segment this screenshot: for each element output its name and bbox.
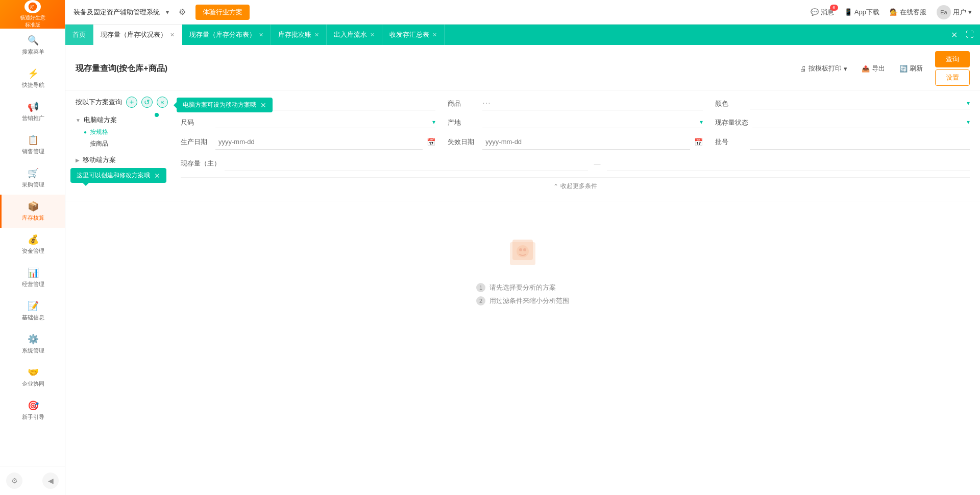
batch-number-input[interactable] bbox=[750, 134, 970, 150]
expiry-date-label: 失效日期 bbox=[448, 137, 478, 147]
sidebar-item-label: 企业协同 bbox=[22, 380, 44, 388]
guide-icon: 🎯 bbox=[28, 400, 39, 411]
tab-close-all-button[interactable]: ✕ bbox=[949, 28, 960, 42]
app-download-button[interactable]: 📱 App下载 bbox=[844, 8, 879, 17]
stock-qty-max-input[interactable] bbox=[607, 156, 970, 171]
query-button[interactable]: 查询 bbox=[935, 51, 970, 67]
batch-number-label: 批号 bbox=[715, 137, 746, 147]
filter-area: 按以下方案查询 ＋ ↺ « 电脑方案可设为移动方案哦 ✕ bbox=[65, 90, 980, 201]
print-chevron-icon: ▾ bbox=[844, 65, 847, 73]
add-scheme-button[interactable]: ＋ bbox=[126, 97, 137, 108]
sales-icon: 📋 bbox=[28, 134, 39, 146]
tab-close-icon[interactable]: ✕ bbox=[314, 32, 319, 38]
quicknav-icon: ⚡ bbox=[28, 68, 39, 79]
tab-close-icon[interactable]: ✕ bbox=[432, 32, 437, 38]
tooltip2-close-button[interactable]: ✕ bbox=[154, 172, 160, 180]
notification-badge: 6 bbox=[830, 5, 838, 11]
manufacture-date-label: 生产日期 bbox=[181, 137, 211, 147]
marketing-icon: 📢 bbox=[28, 101, 39, 112]
system-name: 装备及固定资产辅助管理系统 bbox=[74, 8, 160, 17]
avatar-text: Ea bbox=[940, 9, 947, 15]
collapse-chevron-icon: ⌃ bbox=[553, 183, 558, 190]
sidebar-item-basic[interactable]: 📝 基础信息 bbox=[0, 294, 65, 327]
sidebar-item-enterprise[interactable]: 🤝 企业协同 bbox=[0, 361, 65, 394]
sidebar-item-finance[interactable]: 💰 资金管理 bbox=[0, 228, 65, 261]
sidebar-item-label: 经营管理 bbox=[22, 280, 44, 288]
tab-inout-flow[interactable]: 出入库流水 ✕ bbox=[327, 25, 382, 45]
trial-button[interactable]: 体验行业方案 bbox=[195, 5, 250, 20]
print-button[interactable]: 🖨 按模板打印 ▾ bbox=[796, 62, 851, 75]
sidebar-item-label: 新手引导 bbox=[22, 413, 44, 421]
tab-home[interactable]: 首页 bbox=[65, 25, 93, 45]
refresh-scheme-button[interactable]: ↺ bbox=[141, 97, 153, 108]
enterprise-icon: 🤝 bbox=[28, 367, 39, 378]
field-product: 商品 ··· bbox=[448, 97, 702, 110]
app-icon: 📱 bbox=[844, 8, 852, 16]
empty-state: 1 请先选择要分析的方案 2 用过滤条件来缩小分析范围 bbox=[65, 201, 980, 336]
refresh-button[interactable]: 🔄 刷新 bbox=[895, 62, 927, 75]
export-button[interactable]: 📤 导出 bbox=[857, 62, 889, 75]
sidebar-item-search[interactable]: 🔍 搜索菜单 bbox=[0, 29, 65, 62]
tab-close-icon[interactable]: ✕ bbox=[259, 32, 263, 38]
tooltip-close-button[interactable]: ✕ bbox=[260, 101, 266, 109]
origin-select[interactable]: ▾ bbox=[482, 116, 702, 128]
settings-button[interactable]: ⚙ bbox=[175, 5, 189, 19]
filter-fields-area: 仓库 ··· 商品 ··· bbox=[173, 97, 970, 195]
tab-close-icon[interactable]: ✕ bbox=[370, 32, 375, 38]
sidebar-item-marketing[interactable]: 📢 营销推广 bbox=[0, 95, 65, 128]
sidebar-item-inventory[interactable]: 📦 库存核算 bbox=[0, 195, 65, 228]
collapse-button[interactable]: ⌃ 收起更多条件 bbox=[553, 182, 597, 191]
tooltip-text: 这里可以创建和修改方案哦 bbox=[77, 171, 150, 180]
tab-home-label: 首页 bbox=[72, 30, 86, 39]
product-dots[interactable]: ··· bbox=[482, 99, 491, 108]
product-field[interactable]: ··· bbox=[482, 97, 702, 110]
scheme-item-label: 按商品 bbox=[90, 139, 108, 148]
tab-inout-flow-label: 出入库流水 bbox=[334, 30, 367, 39]
stock-qty-min-input[interactable] bbox=[225, 156, 588, 171]
tab-batch-account[interactable]: 库存批次账 ✕ bbox=[271, 25, 327, 45]
sidebar-item-purchase[interactable]: 🛒 采购管理 bbox=[0, 161, 65, 195]
expiry-date-calendar-icon[interactable]: 📅 bbox=[694, 138, 703, 146]
sidebar-item-sales[interactable]: 📋 销售管理 bbox=[0, 128, 65, 161]
online-service-button[interactable]: 💁 在线客服 bbox=[890, 8, 926, 17]
sidebar-collapse-button[interactable]: ◀ bbox=[42, 473, 59, 489]
export-label: 导出 bbox=[872, 64, 885, 73]
svg-point-5 bbox=[519, 248, 522, 251]
scheme-item-by-spec[interactable]: ● 按规格 bbox=[84, 126, 173, 138]
scheme-mobile-root[interactable]: ▶ 移动端方案 bbox=[76, 154, 173, 166]
back-scheme-button[interactable]: « bbox=[157, 97, 168, 108]
tab-summary[interactable]: 收发存汇总表 ✕ bbox=[382, 25, 445, 45]
system-icon: ⚙️ bbox=[28, 334, 39, 345]
tab-expand-button[interactable]: ⛶ bbox=[964, 28, 976, 41]
sidebar-item-guide[interactable]: 🎯 新手引导 bbox=[0, 394, 65, 427]
main-area: 装备及固定资产辅助管理系统 ▾ ⚙ 体验行业方案 💬 消息 6 📱 App下载 … bbox=[65, 0, 980, 495]
scheme-desktop-children: ● 按规格 ● 按商品 bbox=[84, 126, 173, 150]
size-label: 尺码 bbox=[181, 118, 211, 127]
size-select[interactable]: ▾ bbox=[215, 116, 435, 128]
sidebar-item-label: 搜索菜单 bbox=[22, 48, 44, 56]
tab-inventory-status[interactable]: 现存量（库存状况表） ✕ bbox=[93, 25, 182, 45]
system-select[interactable]: ▾ bbox=[166, 9, 169, 16]
user-avatar[interactable]: Ea 用户 ▾ bbox=[937, 5, 972, 19]
scheme-item-by-product[interactable]: ● 按商品 bbox=[84, 138, 173, 150]
tab-batch-account-label: 库存批次账 bbox=[278, 30, 311, 39]
field-origin: 产地 ▾ bbox=[448, 116, 702, 128]
notification-button[interactable]: 💬 消息 6 bbox=[811, 8, 834, 17]
sidebar-settings-button[interactable]: ⚙ bbox=[6, 473, 22, 489]
sidebar-item-system[interactable]: ⚙️ 系统管理 bbox=[0, 327, 65, 361]
manufacture-date-input[interactable] bbox=[215, 134, 423, 150]
tab-close-icon[interactable]: ✕ bbox=[170, 32, 175, 38]
color-chevron-icon: ▾ bbox=[967, 100, 970, 107]
collapse-label: 收起更多条件 bbox=[560, 182, 597, 191]
empty-tips: 1 请先选择要分析的方案 2 用过滤条件来缩小分析范围 bbox=[476, 283, 569, 305]
reset-button[interactable]: 设置 bbox=[935, 69, 970, 86]
origin-label: 产地 bbox=[448, 118, 478, 127]
collapse-arrow-icon: ▼ bbox=[76, 117, 81, 123]
tab-inventory-dist[interactable]: 现存量（库存分布表） ✕ bbox=[182, 25, 271, 45]
color-select[interactable]: ▾ bbox=[750, 98, 970, 109]
stock-status-select[interactable]: ▾ bbox=[752, 116, 970, 128]
sidebar-item-quicknav[interactable]: ⚡ 快捷导航 bbox=[0, 62, 65, 95]
sidebar-item-operations[interactable]: 📊 经营管理 bbox=[0, 261, 65, 294]
expiry-date-input[interactable] bbox=[482, 134, 690, 150]
manufacture-date-calendar-icon[interactable]: 📅 bbox=[427, 138, 435, 146]
